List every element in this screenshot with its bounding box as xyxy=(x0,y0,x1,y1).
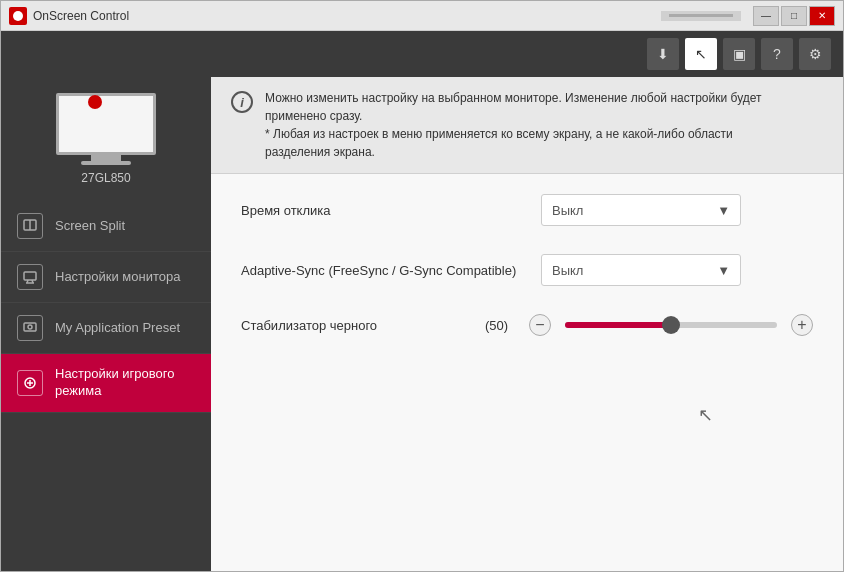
slider-minus-btn[interactable]: − xyxy=(529,314,551,336)
svg-rect-3 xyxy=(24,272,36,280)
main-content: 27GL850 Screen Split xyxy=(1,77,843,571)
monitor-icon xyxy=(56,93,156,163)
sidebar-nav: Screen Split Настройки монитора xyxy=(1,201,211,571)
svg-rect-7 xyxy=(24,323,36,331)
window-controls: — □ ✕ xyxy=(661,6,835,26)
slider-thumb[interactable] xyxy=(662,316,680,334)
app-window: OnScreen Control — □ ✕ ⬇ ↖ ▣ ? ⚙ xyxy=(0,0,844,572)
monitor-base xyxy=(81,161,131,165)
response-time-arrow: ▼ xyxy=(717,203,730,218)
screen-split-icon xyxy=(17,213,43,239)
monitor-display: 27GL850 xyxy=(1,77,211,201)
response-time-row: Время отклика Выкл ▼ xyxy=(241,194,813,226)
game-settings-icon xyxy=(17,370,43,396)
black-stabilizer-slider[interactable] xyxy=(565,322,777,328)
monitor-model: 27GL850 xyxy=(81,171,130,185)
cursor-button[interactable]: ↖ xyxy=(685,38,717,70)
response-time-select[interactable]: Выкл ▼ xyxy=(541,194,741,226)
active-indicator xyxy=(88,95,102,109)
cursor-pointer: ↖ xyxy=(698,404,713,426)
sidebar-item-game-settings[interactable]: Настройки игрового режима xyxy=(1,354,211,413)
sidebar-item-screen-split[interactable]: Screen Split xyxy=(1,201,211,252)
black-stabilizer-value: (50) xyxy=(485,318,515,333)
content-area: i Можно изменить настройку на выбранном … xyxy=(211,77,843,571)
download-button[interactable]: ⬇ xyxy=(647,38,679,70)
sidebar-item-label-game-settings: Настройки игрового режима xyxy=(55,366,195,400)
svg-point-0 xyxy=(13,11,23,21)
slider-plus-btn[interactable]: + xyxy=(791,314,813,336)
response-time-value: Выкл xyxy=(552,203,583,218)
svg-point-8 xyxy=(28,325,32,329)
app-icon xyxy=(9,7,27,25)
monitor-settings-icon xyxy=(17,264,43,290)
sidebar: 27GL850 Screen Split xyxy=(1,77,211,571)
slider-fill xyxy=(565,322,671,328)
adaptive-sync-select[interactable]: Выкл ▼ xyxy=(541,254,741,286)
app-preset-icon xyxy=(17,315,43,341)
adaptive-sync-row: Adaptive-Sync (FreeSync / G-Sync Compati… xyxy=(241,254,813,286)
black-stabilizer-label: Стабилизатор черного xyxy=(241,318,471,333)
cursor-area: ↖ xyxy=(211,356,843,436)
minimize-button[interactable]: — xyxy=(753,6,779,26)
help-button[interactable]: ? xyxy=(761,38,793,70)
maximize-button[interactable]: □ xyxy=(781,6,807,26)
info-icon: i xyxy=(231,91,253,113)
sidebar-item-label-app-preset: My Application Preset xyxy=(55,320,180,337)
black-stabilizer-row: Стабилизатор черного (50) − + xyxy=(241,314,813,336)
toolbar: ⬇ ↖ ▣ ? ⚙ xyxy=(1,31,843,77)
adaptive-sync-arrow: ▼ xyxy=(717,263,730,278)
sidebar-item-monitor-settings[interactable]: Настройки монитора xyxy=(1,252,211,303)
adaptive-sync-value: Выкл xyxy=(552,263,583,278)
info-banner: i Можно изменить настройку на выбранном … xyxy=(211,77,843,174)
monitor-screen xyxy=(56,93,156,155)
response-time-label: Время отклика xyxy=(241,203,521,218)
gear-button[interactable]: ⚙ xyxy=(799,38,831,70)
sidebar-item-app-preset[interactable]: My Application Preset xyxy=(1,303,211,354)
window-title: OnScreen Control xyxy=(33,9,661,23)
adaptive-sync-label: Adaptive-Sync (FreeSync / G-Sync Compati… xyxy=(241,263,521,278)
info-text: Можно изменить настройку на выбранном мо… xyxy=(265,89,762,161)
settings-area: Время отклика Выкл ▼ Adaptive-Sync (Free… xyxy=(211,174,843,356)
sidebar-item-label-monitor-settings: Настройки монитора xyxy=(55,269,180,286)
display-button[interactable]: ▣ xyxy=(723,38,755,70)
sidebar-item-label-screen-split: Screen Split xyxy=(55,218,125,235)
close-button[interactable]: ✕ xyxy=(809,6,835,26)
title-bar: OnScreen Control — □ ✕ xyxy=(1,1,843,31)
